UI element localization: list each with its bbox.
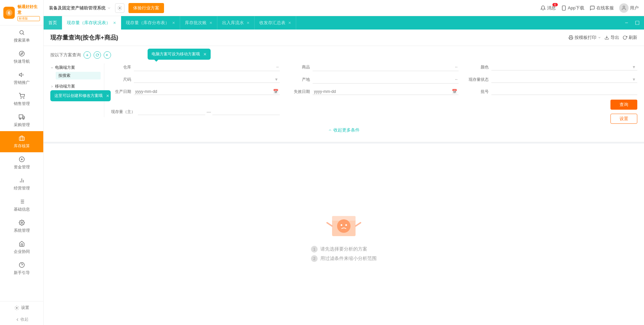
production-date-calendar-icon[interactable]: 📅 — [273, 89, 278, 94]
sidebar-item-system[interactable]: 系统管理 — [0, 216, 43, 237]
settings-btn[interactable]: 设置 — [0, 302, 43, 314]
size-input-wrapper[interactable]: ▼ — [134, 76, 280, 83]
tooltip-create-close[interactable]: ✕ — [106, 94, 109, 98]
tab-in-out-flow[interactable]: 出入库流水 ✕ — [217, 16, 255, 30]
batch-input-wrapper[interactable] — [491, 89, 637, 95]
svg-rect-34 — [570, 38, 572, 40]
sidebar-item-basics[interactable]: 基础信息 — [0, 195, 43, 216]
scheme-item-search[interactable]: 按搜索 — [56, 72, 101, 79]
stock-status-label: 现存量状态 — [469, 77, 489, 83]
system-title-dropdown[interactable]: 装备及固定资产辅助管理系统 — [49, 5, 111, 11]
sidebar-item-inventory[interactable]: 库存核算 — [0, 131, 43, 152]
stock-status-input[interactable] — [493, 77, 632, 82]
tab-close-icon[interactable]: ✕ — [209, 21, 212, 25]
expiry-date-calendar-icon[interactable]: 📅 — [452, 89, 457, 94]
stock-qty-label: 现存量（主） — [111, 109, 135, 115]
filter-refresh-btn[interactable] — [94, 51, 101, 59]
filter-size: 尺码 ▼ — [111, 76, 280, 84]
online-service-label: 在线客服 — [596, 5, 614, 11]
production-date-label: 生产日期 — [111, 89, 131, 95]
svg-rect-9 — [19, 115, 22, 118]
stock-qty-max[interactable] — [212, 109, 280, 115]
tab-close-icon[interactable]: ✕ — [247, 21, 250, 25]
sidebar-item-sales[interactable]: 销售管理 — [0, 89, 43, 110]
tooltip-scheme: 电脑方案可设为移动方案哦 ✕ — [148, 49, 211, 60]
filter-row-1: 仓库 ··· 商品 ··· — [111, 63, 637, 71]
industry-plan-btn[interactable]: 体验行业方案 — [128, 3, 164, 13]
export-btn[interactable]: 导出 — [604, 35, 619, 41]
size-input[interactable] — [135, 77, 274, 82]
tab-minimize-btn[interactable] — [623, 19, 631, 27]
tab-receive-summary[interactable]: 收发存汇总表 ✕ — [255, 16, 296, 30]
batch-input[interactable] — [493, 89, 636, 94]
svg-point-2 — [20, 31, 23, 34]
sidebar-item-search-menu[interactable]: 搜索菜单 — [0, 25, 43, 47]
sidebar-item-guide[interactable]: 新手引导 — [0, 258, 43, 279]
sidebar-item-enterprise[interactable]: 企业协同 — [0, 237, 43, 258]
stock-status-chevron[interactable]: ▼ — [632, 77, 636, 82]
production-date-input[interactable] — [135, 89, 273, 94]
collapse-sidebar-btn[interactable]: 收起 — [0, 314, 43, 325]
warehouse-dots[interactable]: ··· — [276, 64, 278, 70]
expiry-date-wrapper[interactable]: 📅 — [313, 88, 459, 95]
tab-inventory-status[interactable]: 现存量（库存状况表） ✕ — [62, 16, 121, 30]
sidebar-item-label: 营销推广 — [14, 80, 30, 86]
filter-row-3: 生产日期 📅 失效日期 📅 — [111, 88, 637, 95]
origin-dots[interactable]: ··· — [455, 76, 457, 83]
sidebar-item-label: 资金管理 — [14, 164, 30, 170]
filter-fields: 仓库 ··· 商品 ··· — [111, 63, 637, 124]
user-menu-btn[interactable]: 用户 — [619, 3, 639, 13]
sidebar-item-label: 基础信息 — [14, 207, 30, 212]
origin-input-wrapper[interactable]: ··· — [313, 76, 459, 84]
filter-back-btn[interactable] — [104, 51, 111, 59]
question-icon — [18, 261, 25, 269]
collapse-bar[interactable]: 收起更多条件 — [50, 124, 637, 137]
tab-close-icon[interactable]: ✕ — [113, 21, 116, 25]
sidebar-item-operations[interactable]: 经营管理 — [0, 173, 43, 195]
search-btn[interactable]: 查询 — [610, 100, 637, 110]
filter-row-2: 尺码 ▼ 产地 ··· — [111, 76, 637, 84]
sidebar-item-purchase[interactable]: 采购管理 — [0, 110, 43, 131]
goods-input-wrapper[interactable]: ··· — [313, 63, 459, 71]
tab-home[interactable]: 首页 — [44, 16, 62, 30]
sidebar-item-label: 快速导航 — [14, 59, 30, 64]
origin-input[interactable] — [314, 77, 455, 82]
goods-dots[interactable]: ··· — [455, 64, 457, 70]
filter-production-date: 生产日期 📅 — [111, 88, 280, 95]
tab-maximize-btn[interactable] — [633, 19, 641, 27]
list-icon — [18, 198, 25, 205]
svg-point-31 — [623, 6, 625, 8]
stock-qty-min[interactable] — [138, 109, 205, 115]
warehouse-input-wrapper[interactable]: ··· — [134, 63, 280, 71]
notifications-btn[interactable]: 消息 6 — [540, 5, 556, 11]
app-download-btn[interactable]: App下载 — [561, 5, 584, 11]
sidebar-item-finance[interactable]: 资金管理 — [0, 152, 43, 173]
tab-inventory-dist[interactable]: 现存量（库存分布表） ✕ — [121, 16, 180, 30]
tab-close-icon[interactable]: ✕ — [288, 21, 291, 25]
production-date-wrapper[interactable]: 📅 — [134, 88, 280, 95]
tab-close-icon[interactable]: ✕ — [172, 21, 175, 25]
size-chevron[interactable]: ▼ — [274, 77, 278, 82]
online-service-btn[interactable]: 在线客服 — [590, 5, 614, 11]
svg-marker-5 — [20, 53, 22, 55]
filter-goods: 商品 ··· — [290, 63, 459, 71]
mobile-scheme-group[interactable]: 移动端方案 — [50, 82, 101, 91]
color-input-wrapper[interactable]: ▼ — [491, 64, 637, 70]
goods-input[interactable] — [314, 65, 455, 69]
desktop-scheme-group[interactable]: 电脑端方案 — [50, 63, 101, 72]
sidebar-item-quick-nav[interactable]: 快速导航 — [0, 47, 43, 68]
tooltip-scheme-close[interactable]: ✕ — [203, 52, 207, 57]
reset-btn[interactable]: 设置 — [610, 114, 637, 124]
sidebar-item-marketing[interactable]: 营销推广 — [0, 68, 43, 89]
warehouse-input[interactable] — [135, 65, 276, 69]
color-input[interactable] — [493, 65, 632, 69]
filter-add-btn[interactable]: + — [84, 51, 91, 59]
color-chevron[interactable]: ▼ — [632, 65, 636, 69]
money-icon — [18, 156, 25, 163]
expiry-date-input[interactable] — [314, 89, 452, 94]
settings-gear-btn[interactable] — [115, 3, 124, 13]
tab-batch-account[interactable]: 库存批次账 ✕ — [180, 16, 217, 30]
refresh-btn[interactable]: 刷新 — [623, 35, 637, 41]
stock-status-input-wrapper[interactable]: ▼ — [491, 76, 637, 83]
print-btn[interactable]: 按模板打印 — [569, 35, 601, 41]
